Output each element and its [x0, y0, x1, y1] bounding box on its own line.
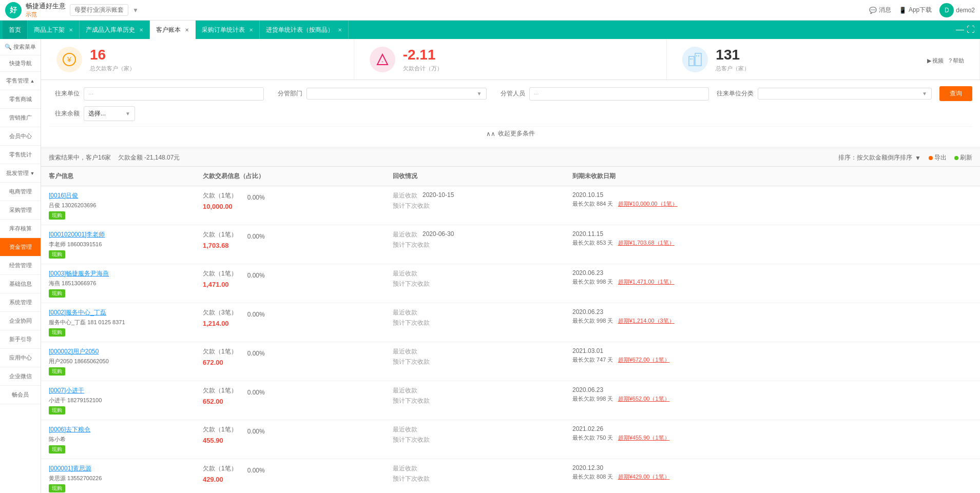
- debt-info-5: 欠款（1笔） 652.00 0.00%: [203, 386, 393, 405]
- sidebar-item-basic-info[interactable]: 基础信息: [0, 275, 41, 293]
- sidebar-item-business[interactable]: 经营管理: [0, 257, 41, 275]
- sidebar-item-ecommerce[interactable]: 电商管理: [0, 183, 41, 201]
- sidebar-item-inventory[interactable]: 库存核算: [0, 220, 41, 238]
- col-header-return: 回收情况: [393, 172, 572, 181]
- filter-category-select[interactable]: ▼: [758, 88, 932, 100]
- customer-name-3[interactable]: [0002]服务中心_丁磊: [49, 308, 203, 317]
- tab-production[interactable]: 产成品入库单历史 ✕: [80, 21, 150, 39]
- customer-name-0[interactable]: [0016]吕俊: [49, 191, 203, 200]
- sidebar-item-retail-mall[interactable]: 零售商城: [0, 90, 41, 109]
- customer-name-4[interactable]: [000002]用户2050: [49, 347, 203, 356]
- overdue-link-7[interactable]: 超期¥429.00（1笔）: [618, 474, 670, 480]
- sidebar-item-system[interactable]: 系统管理: [0, 293, 41, 312]
- overdue-link-4[interactable]: 超期¥672.00（1笔）: [618, 357, 670, 363]
- overdue-date-6: 2021.02.26: [572, 425, 972, 432]
- sort-selector[interactable]: 排序：按欠款金额倒序排序 ▼: [838, 153, 921, 162]
- tab-stock-stats-close[interactable]: ✕: [338, 27, 342, 33]
- video-btn[interactable]: ▶ 视频: [927, 57, 944, 65]
- filter-person-input[interactable]: ···: [529, 87, 709, 101]
- messages-btn[interactable]: 💬 消息: [869, 6, 891, 14]
- company-dropdown-arrow[interactable]: ▼: [132, 7, 139, 14]
- customer-name-2[interactable]: [0003]畅捷服务尹海燕: [49, 269, 203, 278]
- filter-supplier-input[interactable]: ···: [84, 87, 264, 101]
- overdue-link-0[interactable]: 超期¥10,000.00（1笔）: [618, 201, 678, 207]
- search-button[interactable]: 查询: [939, 86, 972, 101]
- debt-amount-3[interactable]: 1,214.00: [203, 320, 237, 327]
- sidebar-item-member[interactable]: 畅会员: [0, 386, 41, 404]
- debt-amount-7[interactable]: 429.00: [203, 476, 237, 483]
- customer-name-7[interactable]: [000001]黄思源: [49, 464, 203, 473]
- filter-balance-placeholder: 选择...: [88, 109, 106, 118]
- debt-amount-1[interactable]: 1,703.68: [203, 242, 237, 249]
- filter-person-label: 分管人员: [494, 89, 525, 98]
- debt-amount-6[interactable]: 455.90: [203, 437, 237, 444]
- stat-icon-debt: -: [370, 47, 395, 72]
- filter-balance-select[interactable]: 选择... ▼: [84, 106, 135, 121]
- sidebar-item-procurement[interactable]: 采购管理: [0, 201, 41, 220]
- tab-customer-ledger-close[interactable]: ✕: [185, 27, 189, 33]
- overdue-detail-4: 最长欠款 747 天 超期¥672.00（1笔）: [572, 356, 972, 364]
- top-header: 好 畅捷通好生意 示范 母婴行业演示账套 ▼ 💬 消息 📱 App下载 D de…: [0, 0, 980, 21]
- debt-amount-4[interactable]: 672.00: [203, 359, 237, 366]
- overdue-link-6[interactable]: 超期¥455.90（1笔）: [618, 435, 670, 441]
- return-info-1: 最近收款 2020-06-30 预计下次收款: [393, 230, 572, 251]
- export-btn[interactable]: 导出: [929, 153, 947, 162]
- overdue-link-1[interactable]: 超期¥1,703.68（1笔）: [618, 240, 675, 246]
- overdue-link-5[interactable]: 超期¥652.00（1笔）: [618, 396, 670, 402]
- maximize-btn[interactable]: ⛶: [967, 25, 975, 34]
- tab-home[interactable]: 首页: [3, 21, 28, 39]
- export-dot-icon: [929, 156, 933, 160]
- sidebar-item-finance[interactable]: 资金管理: [0, 238, 41, 257]
- minimize-btn[interactable]: —: [956, 25, 964, 34]
- sidebar-quick-nav[interactable]: 快捷导航: [0, 55, 41, 72]
- tab-production-close[interactable]: ✕: [139, 27, 143, 33]
- sidebar-item-beginner[interactable]: 新手引导: [0, 330, 41, 349]
- sidebar-item-enterprise-collab[interactable]: 企业协同: [0, 312, 41, 330]
- content-area: ¥ 16 总欠款客户（家） - -2.11 欠款合计（万）: [41, 39, 980, 493]
- tab-products[interactable]: 商品上下架 ✕: [28, 21, 80, 39]
- last-collect-date-0: 2020-10-15: [422, 191, 454, 200]
- app-download-btn[interactable]: 📱 App下载: [899, 6, 932, 14]
- sidebar-item-marketing[interactable]: 营销推广: [0, 109, 41, 127]
- sidebar-item-membership[interactable]: 会员中心: [0, 127, 41, 146]
- tab-products-close[interactable]: ✕: [69, 27, 73, 33]
- tab-customer-ledger[interactable]: 客户账本 ✕: [150, 21, 196, 39]
- chevron-icon: ▲: [30, 78, 35, 84]
- overdue-link-2[interactable]: 超期¥1,471.00（1笔）: [618, 279, 675, 285]
- debt-percent-4: 0.00%: [247, 347, 265, 357]
- logo-text: 畅捷通好生意: [26, 2, 66, 11]
- company-selector[interactable]: 母婴行业演示账套: [70, 4, 128, 16]
- debt-amount-0[interactable]: 10,000.00: [203, 203, 237, 210]
- customer-info-0: [0016]吕俊 吕俊 13026203696 现购: [49, 191, 203, 220]
- sidebar-item-app-center[interactable]: 应用中心: [0, 349, 41, 367]
- overdue-link-3[interactable]: 超期¥1,214.00（3笔）: [618, 318, 675, 324]
- help-btn[interactable]: ? 帮助: [949, 57, 964, 65]
- debt-amount-5[interactable]: 652.00: [203, 398, 237, 405]
- customer-badge-3: 现购: [49, 328, 65, 337]
- sidebar-label-system: 系统管理: [9, 299, 32, 306]
- sidebar-item-wechat[interactable]: 企业微信: [0, 367, 41, 386]
- tab-production-label: 产成品入库单历史: [86, 26, 135, 34]
- user-avatar-area[interactable]: D demo2: [939, 3, 975, 17]
- filter-dept-select[interactable]: ▼: [306, 88, 487, 100]
- sidebar-search[interactable]: 🔍 搜索菜单: [0, 39, 41, 55]
- return-info-6: 最近收款 预计下次收款: [393, 425, 572, 446]
- debt-count-1: 欠款（1笔）: [203, 230, 237, 239]
- tab-purchase-order[interactable]: 采购订单统计表 ✕: [196, 21, 260, 39]
- collapse-filter-btn[interactable]: ∧∧ 收起更多条件: [49, 126, 972, 141]
- overdue-date-4: 2021.03.01: [572, 347, 972, 354]
- debt-info-2: 欠款（1笔） 1,471.00 0.00%: [203, 269, 393, 288]
- customer-name-1[interactable]: [0001020001]李老师: [49, 230, 203, 239]
- tab-stock-stats[interactable]: 进货单统计表（按商品） ✕: [260, 21, 349, 39]
- stat-label-total-customers: 总客户（家）: [716, 65, 750, 72]
- search-icon: 🔍: [5, 44, 12, 50]
- sidebar-item-retail-management[interactable]: 零售管理 ▲: [0, 72, 41, 90]
- sidebar-item-retail-stats[interactable]: 零售统计: [0, 146, 41, 164]
- tab-purchase-order-close[interactable]: ✕: [249, 27, 253, 33]
- customer-name-5[interactable]: [0007]小进干: [49, 386, 203, 395]
- avatar: D: [939, 3, 954, 17]
- sidebar-item-wholesale[interactable]: 批发管理 ▼: [0, 164, 41, 183]
- refresh-btn[interactable]: 刷新: [954, 153, 972, 162]
- debt-amount-2[interactable]: 1,471.00: [203, 281, 237, 288]
- customer-name-6[interactable]: [0006]去下粮仓: [49, 425, 203, 434]
